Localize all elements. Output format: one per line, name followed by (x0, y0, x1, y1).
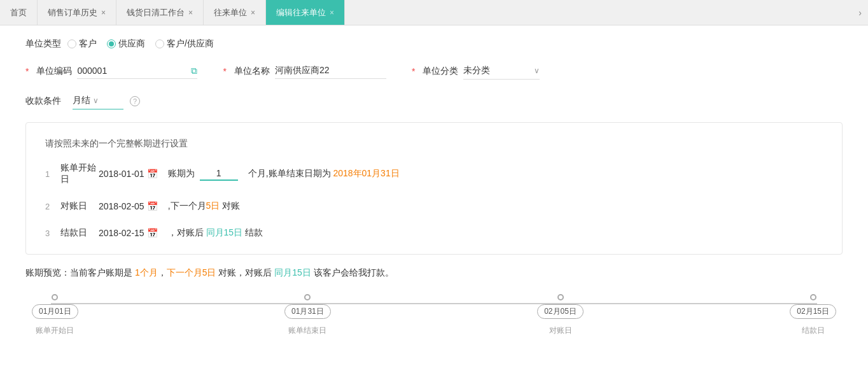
settings-section: 请按照未来的一个完整帐期进行设置 1 账单开始日 2018-01-01 📅 账期… (25, 122, 843, 255)
month-input[interactable] (200, 167, 238, 181)
row-type-1: 账单开始日 (60, 162, 99, 185)
period-desc-3: ，对账后 同月15日 结款 (168, 227, 263, 239)
timeline-label-2: 02月05日 (537, 304, 584, 319)
tab-home[interactable]: 首页 (0, 0, 38, 25)
setting-row-3: 3 结款日 2018-02-15 📅 ，对账后 同月15日 结款 (45, 227, 823, 239)
radio-circle-customer (67, 39, 76, 48)
required-star-name: * (223, 66, 226, 76)
tab-partner[interactable]: 往来单位 × (204, 0, 266, 25)
timeline-items: 01月01日 账单开始日 01月31日 账单结束日 02月05日 对账日 02月… (32, 294, 836, 336)
date-text-3: 2018-02-15 (99, 228, 144, 238)
unit-type-row: 单位类型 客户 供应商 客户/供应商 (25, 38, 843, 50)
preview-part2: 下一个月5日 (167, 267, 216, 278)
timeline-dot-2 (557, 294, 564, 300)
timeline-dot-3 (810, 294, 816, 300)
date-input-2: 2018-02-05 📅 (99, 201, 158, 211)
help-icon[interactable]: ? (130, 96, 140, 106)
row-type-3: 结款日 (60, 227, 99, 239)
unit-fields-row: * 单位编码 ⧉ * 单位名称 * 单位分类 未分类 ∨ (25, 62, 843, 80)
copy-icon[interactable]: ⧉ (191, 66, 197, 76)
calendar-icon-1[interactable]: 📅 (147, 169, 158, 179)
unit-category-value: 未分类 (463, 62, 531, 79)
page-content: 单位类型 客户 供应商 客户/供应商 * 单位编码 (0, 25, 868, 387)
payment-terms-row: 收款条件 月结 ∨ ? (25, 92, 843, 109)
reconcile-day-highlight: 5日 (206, 201, 220, 211)
unit-code-label: 单位编码 (36, 66, 72, 77)
timeline-type-0: 账单开始日 (36, 325, 74, 336)
timeline-label-1: 01月31日 (284, 304, 331, 319)
chevron-down-icon: ∨ (534, 66, 540, 75)
close-tab-sales-history[interactable]: × (101, 8, 106, 17)
tab-cash-work[interactable]: 钱货日清工作台 × (116, 0, 204, 25)
preview-prefix: 账期预览：当前客户账期是 (25, 267, 135, 278)
period-desc-1: 个月,账单结束日期为 2018年01月31日 (248, 168, 400, 179)
date-text-2: 2018-02-05 (99, 201, 144, 211)
preview-sep1: ， (158, 267, 167, 278)
tab-edit-partner[interactable]: 编辑往来单位 × (266, 0, 345, 25)
setting-row-1: 1 账单开始日 2018-01-01 📅 账期为 个月,账单结束日期为 2018… (45, 162, 823, 185)
end-date-highlight: 2018年01月31日 (333, 168, 399, 178)
preview-part3: 同月15日 (274, 267, 311, 278)
timeline-type-3: 结款日 (802, 325, 825, 336)
preview-part1: 1个月 (135, 267, 158, 278)
preview-suffix: 该客户会给我打款。 (311, 267, 394, 278)
unit-code-input-wrapper: ⧉ (77, 63, 197, 79)
timeline-node-0: 01月01日 账单开始日 (32, 294, 78, 336)
timeline-node-2: 02月05日 对账日 (537, 294, 584, 336)
period-label: 账期为 (168, 168, 195, 179)
tab-expand-button[interactable]: › (852, 0, 868, 25)
timeline-label-3: 02月15日 (790, 304, 836, 319)
timeline-label-0: 01月01日 (32, 304, 78, 319)
unit-category-select[interactable]: 未分类 ∨ (463, 62, 540, 80)
preview-middle: 对账，对账后 (216, 267, 274, 278)
payment-day-highlight: 同月15日 (206, 227, 243, 237)
radio-circle-both (155, 39, 164, 48)
timeline-dot-0 (52, 294, 58, 300)
timeline-dot-1 (304, 294, 311, 300)
radio-customer[interactable]: 客户 (67, 38, 97, 50)
unit-category-group: * 单位分类 未分类 ∨ (412, 62, 540, 80)
timeline-node-3: 02月15日 结款日 (790, 294, 836, 336)
radio-both[interactable]: 客户/供应商 (155, 38, 214, 50)
unit-name-group: * 单位名称 (223, 63, 386, 79)
unit-code-input[interactable] (77, 63, 188, 78)
radio-label-supplier: 供应商 (118, 38, 145, 50)
row-num-3: 3 (45, 229, 60, 238)
calendar-icon-3[interactable]: 📅 (147, 228, 158, 238)
row-num-2: 2 (45, 202, 60, 211)
radio-dot-supplier (109, 41, 114, 46)
date-input-3: 2018-02-15 📅 (99, 228, 158, 238)
radio-group-unit-type: 客户 供应商 客户/供应商 (67, 38, 214, 50)
calendar-icon-2[interactable]: 📅 (147, 201, 158, 211)
date-input-1: 2018-01-01 📅 (99, 169, 158, 179)
row-num-1: 1 (45, 169, 60, 179)
radio-circle-supplier (107, 39, 116, 48)
required-star-code: * (25, 66, 29, 76)
tab-sales-history[interactable]: 销售订单历史 × (38, 0, 116, 25)
unit-name-input-wrapper (275, 63, 386, 79)
payment-terms-chevron-icon: ∨ (93, 96, 99, 105)
radio-label-customer: 客户 (79, 38, 97, 50)
required-star-category: * (412, 66, 415, 76)
preview-text: 账期预览：当前客户账期是 1个月，下一个月5日 对账，对账后 同月15日 该客户… (25, 267, 843, 279)
close-tab-partner[interactable]: × (251, 8, 255, 17)
tab-bar: 首页 销售订单历史 × 钱货日清工作台 × 往来单位 × 编辑往来单位 × › (0, 0, 868, 25)
radio-label-both: 客户/供应商 (167, 38, 214, 50)
timeline-node-1: 01月31日 账单结束日 (284, 294, 331, 336)
close-tab-cash-work[interactable]: × (188, 8, 193, 17)
close-tab-edit-partner[interactable]: × (330, 8, 334, 17)
unit-name-label: 单位名称 (234, 66, 270, 77)
unit-category-label: 单位分类 (423, 66, 458, 77)
unit-name-input[interactable] (275, 63, 386, 78)
period-desc-2: ,下一个月5日 对账 (168, 201, 241, 212)
date-text-1: 2018-01-01 (99, 169, 144, 179)
timeline-type-2: 对账日 (549, 325, 572, 336)
unit-type-label: 单位类型 (25, 38, 61, 50)
setting-row-2: 2 对账日 2018-02-05 📅 ,下一个月5日 对账 (45, 201, 823, 212)
row-type-2: 对账日 (60, 201, 99, 212)
payment-terms-value: 月结 (73, 92, 90, 109)
timeline: 01月01日 账单开始日 01月31日 账单结束日 02月05日 对账日 02月… (25, 294, 843, 336)
payment-terms-label: 收款条件 (25, 95, 61, 107)
payment-terms-select[interactable]: 月结 ∨ (73, 92, 123, 109)
radio-supplier[interactable]: 供应商 (107, 38, 145, 50)
